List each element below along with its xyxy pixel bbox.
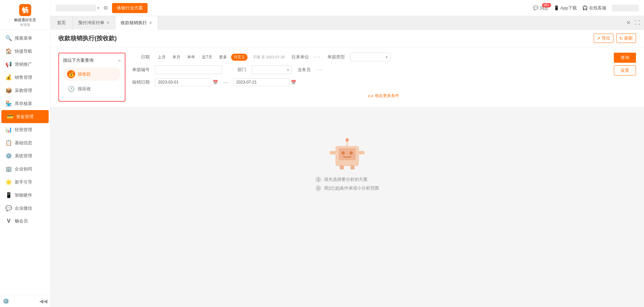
- sidebar-item-basic-info[interactable]: 📋 基础信息: [0, 136, 50, 149]
- verify-date-from-input[interactable]: [155, 78, 211, 86]
- filter-row-1: 日期 上月 本月 本年 近7天 更多 自定义: [131, 53, 608, 61]
- date-btn-last-month[interactable]: 上月: [155, 54, 168, 61]
- doc-type-select[interactable]: [350, 53, 390, 61]
- svg-rect-8: [330, 151, 336, 154]
- app-download-button[interactable]: 📱 App下载: [554, 5, 577, 11]
- topbar-brand: ▾: [56, 5, 99, 11]
- doc-no-input[interactable]: [155, 65, 222, 74]
- empty-illustration: [327, 134, 367, 171]
- filter-right-buttons: 查询 设置: [608, 53, 636, 75]
- home-icon: 🏠: [5, 48, 12, 54]
- phone-icon: 📱: [5, 192, 12, 198]
- date-custom-badge[interactable]: 自定义: [231, 54, 248, 61]
- date-btn-7days[interactable]: 近7天: [199, 54, 215, 61]
- gear-icon[interactable]: ⚙: [103, 5, 108, 11]
- filter-sidebar: 按以下方案查询 » 💰 按收款 🕐 按应收: [58, 53, 125, 102]
- sidebar-item-marketing[interactable]: 📢 营销推广: [0, 58, 50, 71]
- topbar: ▾ ⚙ 体验行业方案 💬 消息 99+ 📱 App下载 🎧 在线客服: [50, 0, 644, 16]
- user-info: [612, 5, 639, 11]
- sidebar-item-quick-nav[interactable]: 🏠 快捷导航: [0, 45, 50, 58]
- refresh-button[interactable]: ↻ 刷新: [616, 34, 636, 43]
- sidebar-item-business[interactable]: 📊 经营管理: [0, 123, 50, 136]
- sidebar-item-inventory[interactable]: 🏪 库存核算: [0, 97, 50, 110]
- sidebar-item-sales[interactable]: 💰 销售管理: [0, 71, 50, 84]
- sidebar-nav: 🔍 搜索菜单 🏠 快捷导航 📢 营销推广 💰 销售管理 📦 采购管理 🏪 库存核…: [0, 30, 50, 295]
- collapse-more-btn[interactable]: ∧∧ 收起更多条件: [131, 93, 636, 99]
- date-quick-btns: 上月 本月 本年 近7天 更多 自定义: [155, 54, 248, 61]
- building-icon: 🏢: [5, 166, 12, 172]
- empty-state: 1 请先选择要分析的方案 2 用[过滤]条件来缩小分析范围: [50, 107, 644, 218]
- filter-sidebar-title: 按以下方案查询: [63, 57, 94, 63]
- megaphone-icon: 📢: [5, 61, 12, 67]
- solution-button[interactable]: 体验行业方案: [112, 3, 148, 13]
- store-icon: 🏪: [5, 100, 12, 107]
- refresh-icon: ↻: [619, 36, 623, 41]
- svg-rect-7: [351, 165, 355, 169]
- sidebar-item-search[interactable]: 🔍 搜索菜单: [0, 32, 50, 45]
- clock-icon: 🕐: [67, 85, 75, 93]
- vip-icon: V: [5, 218, 12, 224]
- filter-fields: 日期 上月 本月 本年 近7天 更多 自定义: [131, 53, 608, 90]
- tabbar: 首页 预付冲应付单 ✕ 收款核销执行 ✕ ✕ ⛶: [50, 16, 644, 30]
- svg-rect-1: [339, 148, 356, 160]
- tab-collection[interactable]: 收款核销执行 ✕: [115, 16, 158, 30]
- date-btn-this-year[interactable]: 本年: [184, 54, 198, 61]
- step-2-icon: 2: [315, 185, 321, 191]
- svg-point-5: [345, 138, 349, 142]
- filter-option-by-receivable[interactable]: 🕐 按应收: [63, 82, 121, 96]
- doc-no-label: 单据编号: [131, 67, 150, 73]
- tab-home[interactable]: 首页: [50, 16, 73, 30]
- empty-svg: [327, 134, 367, 171]
- content-area: 收款核销执行(按收款) ↗ 导出 ↻ 刷新 按以下方案: [50, 30, 644, 307]
- sidebar-item-wechat[interactable]: 💬 企业微信: [0, 202, 50, 215]
- calendar-from-icon[interactable]: 📅: [213, 80, 218, 85]
- tab-prepay-close-icon[interactable]: ✕: [106, 20, 110, 25]
- settings-bottom-icon[interactable]: ⚙️: [3, 298, 9, 304]
- empty-text: 1 请先选择要分析的方案 2 用[过滤]条件来缩小分析范围: [315, 176, 379, 191]
- sidebar-item-smart-hw[interactable]: 📱 智能硬件: [0, 189, 50, 202]
- tab-collection-close-icon[interactable]: ✕: [149, 20, 152, 25]
- salesman-dots[interactable]: ···: [316, 67, 322, 73]
- page-header: 收款核销执行(按收款) ↗ 导出 ↻ 刷新: [50, 30, 644, 47]
- page-title: 收款核销执行(按收款): [58, 34, 117, 42]
- close-tab-icon[interactable]: ✕: [625, 18, 632, 27]
- dept-select[interactable]: [252, 65, 292, 74]
- sidebar-item-finance[interactable]: 💳 资金管理: [1, 110, 49, 123]
- sidebar-item-purchase[interactable]: 📦 采购管理: [0, 84, 50, 97]
- sidebar-item-guide[interactable]: 🌟 新手引导: [0, 175, 50, 189]
- export-button[interactable]: ↗ 导出: [594, 34, 613, 43]
- chat-icon: 💬: [5, 205, 12, 211]
- date-label: 日期: [131, 54, 150, 60]
- card-icon: 💳: [7, 113, 13, 120]
- list-icon: 📋: [5, 140, 12, 146]
- salesman-label: 业务员: [297, 67, 311, 73]
- logo-icon: 畅: [19, 4, 31, 16]
- partner-dots[interactable]: ···: [314, 54, 321, 60]
- filter-option-by-receipt[interactable]: 💰 按收款: [63, 67, 121, 81]
- tab-prepay[interactable]: 预付冲应付单 ✕: [73, 16, 115, 30]
- headset-icon: 🎧: [582, 5, 588, 10]
- svg-rect-6: [340, 165, 344, 169]
- verify-date-to-input[interactable]: [233, 78, 289, 86]
- service-button[interactable]: 🎧 在线客服: [582, 5, 606, 11]
- chart-icon: 📊: [5, 126, 12, 133]
- main-area: ▾ ⚙ 体验行业方案 💬 消息 99+ 📱 App下载 🎧 在线客服 首页: [50, 0, 644, 307]
- date-btn-more[interactable]: 更多: [216, 54, 230, 61]
- query-button[interactable]: 查询: [614, 53, 636, 63]
- sidebar-item-enterprise[interactable]: 🏢 企业协同: [0, 162, 50, 175]
- filter-sidebar-collapse-icon[interactable]: »: [118, 58, 121, 63]
- collapse-sidebar-icon[interactable]: ◀◀: [39, 298, 47, 304]
- verify-date-to-wrap: 📅: [233, 78, 296, 86]
- date-hint: 不限 至 2023-07-26: [253, 55, 285, 60]
- sidebar-item-system[interactable]: ⚙️ 系统管理: [0, 149, 50, 162]
- brand-chevron-icon[interactable]: ▾: [97, 6, 99, 10]
- verify-date-from-wrap: 📅: [155, 78, 218, 86]
- sidebar-item-vip[interactable]: V 畅会员: [0, 215, 50, 227]
- expand-tab-icon[interactable]: ⛶: [633, 18, 641, 27]
- date-btn-this-month[interactable]: 本月: [170, 54, 183, 61]
- calendar-to-icon[interactable]: 📅: [291, 80, 296, 85]
- step-1-icon: 1: [315, 176, 321, 183]
- message-button[interactable]: 💬 消息 99+: [533, 5, 548, 11]
- settings-button[interactable]: 设置: [614, 65, 636, 75]
- export-icon: ↗: [597, 36, 600, 41]
